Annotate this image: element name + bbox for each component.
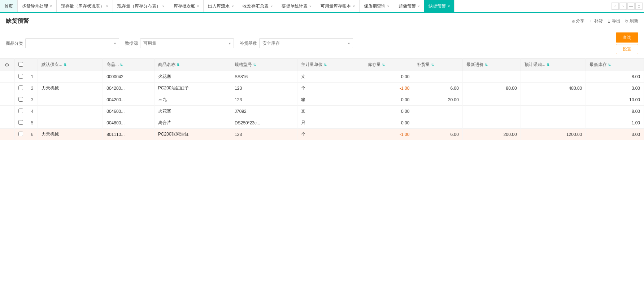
tab-close[interactable]: × [418, 4, 420, 8]
column-unit[interactable]: 主计量单位⇅ [297, 59, 364, 71]
data-table: ⚙ 默认供应...⇅ 商品...⇅ 商品名称⇅ [0, 58, 644, 140]
row-checkbox[interactable] [18, 109, 23, 113]
row-checkbox-cell[interactable] [14, 94, 27, 106]
gear-icon[interactable]: ⚙ [5, 62, 9, 68]
tab-item-10[interactable]: 超储预警× [394, 0, 425, 12]
replenish-base-filter: 补货基数 安全库存 ▾ [240, 38, 353, 48]
column-goods-code[interactable]: 商品...⇅ [103, 59, 155, 71]
row-checkbox-cell[interactable] [14, 117, 27, 129]
commodity-class-label: 商品分类 [6, 40, 23, 47]
row-checkbox[interactable] [18, 120, 23, 125]
column-row-num [27, 59, 38, 71]
column-latest-price[interactable]: 最新进价⇅ [462, 59, 521, 71]
share-button[interactable]: ⎋ 分享 [572, 18, 584, 24]
tab-item-4[interactable]: 库存批次账× [169, 0, 204, 12]
row-checkbox-cell[interactable] [14, 83, 27, 94]
settings-button[interactable]: 设置 [616, 44, 638, 54]
row-latest-price [462, 71, 521, 83]
row-checkbox-cell[interactable] [14, 106, 27, 117]
tab-label: 要货单统计表 [282, 3, 308, 9]
export-button[interactable]: ⤓ 导出 [607, 18, 621, 24]
tab-scroll-right[interactable]: › [619, 3, 627, 10]
row-replenish-qty: 20.00 [413, 94, 463, 106]
window-minimize[interactable]: — [627, 3, 635, 10]
table-container: ⚙ 默认供应...⇅ 商品...⇅ 商品名称⇅ [0, 58, 644, 140]
tab-close[interactable]: × [231, 4, 234, 8]
replenish-base-value: 安全库存 [262, 40, 280, 47]
row-estimated-purchase [521, 106, 586, 117]
row-replenish-qty: 6.00 [413, 129, 463, 140]
tab-close[interactable]: × [197, 4, 199, 8]
row-checkbox-cell[interactable] [14, 71, 27, 83]
filter-actions: 查询 设置 [616, 32, 638, 54]
row-replenish-qty [413, 117, 463, 129]
refresh-button[interactable]: ↻ 刷新 [625, 18, 638, 24]
tab-item-1[interactable]: 拣货异常处理× [18, 0, 57, 12]
tab-close[interactable]: × [50, 4, 52, 8]
page-container: 缺货预警 ⎋ 分享 ＋ 补货 ⤓ 导出 ↻ 刷新 商品分类 [0, 13, 644, 287]
tab-item-2[interactable]: 现存量（库存状况表）× [57, 0, 113, 12]
tab-close[interactable]: × [309, 4, 312, 8]
replenish-base-select[interactable]: 安全库存 ▾ [259, 38, 353, 48]
data-source-filter: 数据源 可用量 ▾ [125, 38, 234, 48]
tab-close[interactable]: × [353, 4, 355, 8]
tab-item-3[interactable]: 现存量（库存分布表）× [113, 0, 169, 12]
tab-close[interactable]: × [106, 4, 108, 8]
query-button[interactable]: 查询 [616, 32, 638, 43]
row-latest-price: 200.00 [462, 129, 521, 140]
column-estimated-purchase[interactable]: 预计采购...⇅ [521, 59, 586, 71]
row-number: 4 [27, 106, 38, 117]
tab-nav-buttons: ‹ › — □ [610, 3, 644, 10]
row-supplier [38, 117, 103, 129]
row-supplier [38, 94, 103, 106]
row-spec: 123 [231, 129, 297, 140]
tab-item-8[interactable]: 可用量库存账本× [316, 0, 360, 12]
column-default-supplier[interactable]: 默认供应...⇅ [38, 59, 103, 71]
select-all-checkbox[interactable] [18, 62, 23, 67]
tab-close[interactable]: × [448, 4, 450, 8]
column-spec[interactable]: 规格型号⇅ [231, 59, 297, 71]
commodity-class-select[interactable]: ▾ [25, 38, 119, 48]
row-goods-code: 004200... [103, 83, 155, 94]
data-source-chevron: ▾ [229, 41, 231, 45]
row-checkbox[interactable] [18, 74, 23, 79]
row-goods-name: 火花塞 [154, 106, 231, 117]
column-checkbox-all[interactable] [14, 59, 27, 71]
tab-item-5[interactable]: 出入库流水× [204, 0, 238, 12]
row-checkbox[interactable] [18, 97, 23, 102]
sort-icon-supplier: ⇅ [64, 63, 66, 67]
column-replenish-qty[interactable]: 补货量⇅ [413, 59, 463, 71]
column-gear[interactable]: ⚙ [0, 59, 14, 71]
tab-close[interactable]: × [270, 4, 273, 8]
row-checkbox-cell[interactable] [14, 129, 27, 140]
row-unit: 箱 [297, 94, 364, 106]
page-header: 缺货预警 ⎋ 分享 ＋ 补货 ⤓ 导出 ↻ 刷新 [0, 13, 644, 28]
data-source-select[interactable]: 可用量 ▾ [140, 38, 234, 48]
tab-item-6[interactable]: 收发存汇总表× [238, 0, 277, 12]
row-checkbox[interactable] [18, 85, 23, 90]
column-goods-name[interactable]: 商品名称⇅ [154, 59, 231, 71]
window-maximize[interactable]: □ [635, 3, 643, 10]
column-stock-qty[interactable]: 库存量⇅ [364, 59, 413, 71]
tab-label: 库存批次账 [174, 3, 195, 9]
column-min-stock[interactable]: 最低库存⇅ [586, 59, 644, 71]
tab-item-0[interactable]: 首页 [0, 0, 18, 12]
replenish-base-chevron: ▾ [348, 41, 350, 45]
replenish-button[interactable]: ＋ 补货 [589, 18, 603, 24]
row-estimated-purchase [521, 94, 586, 106]
tab-close[interactable]: × [162, 4, 165, 8]
tab-label: 保质期查询 [364, 3, 386, 9]
tab-item-9[interactable]: 保质期查询× [360, 0, 394, 12]
sort-icon-estimated: ⇅ [547, 63, 549, 67]
tab-item-7[interactable]: 要货单统计表× [277, 0, 316, 12]
row-gear-cell [0, 94, 14, 106]
row-stock-qty: -1.00 [364, 83, 413, 94]
tab-item-11[interactable]: 缺货预警× [424, 0, 454, 12]
tab-close[interactable]: × [387, 4, 390, 8]
row-goods-code: 0000042 [103, 71, 155, 83]
row-checkbox[interactable] [18, 132, 23, 136]
row-number: 5 [27, 117, 38, 129]
row-stock-qty: 0.00 [364, 71, 413, 83]
tab-scroll-left[interactable]: ‹ [612, 3, 619, 10]
commodity-class-chevron: ▾ [114, 41, 116, 45]
